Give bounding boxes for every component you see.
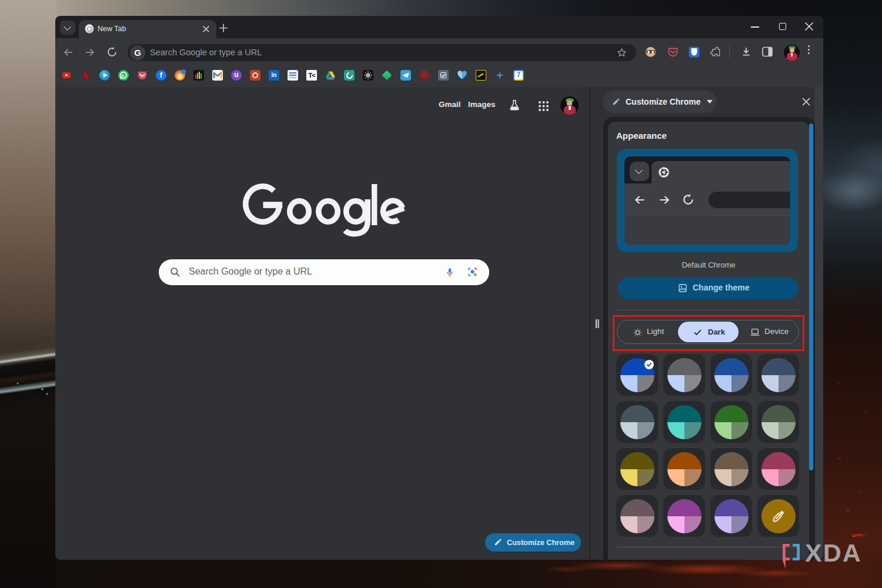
svg-text:XDA: XDA [805, 539, 862, 567]
